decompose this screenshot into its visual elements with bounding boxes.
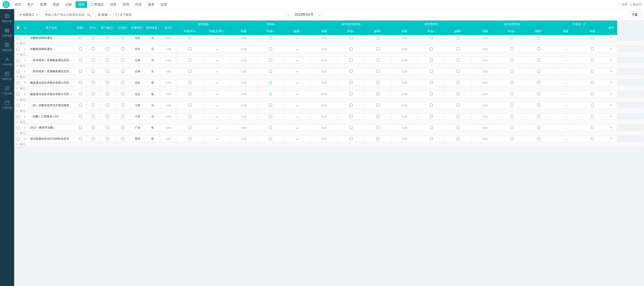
edit-icon[interactable]: ✎ xyxy=(610,115,613,118)
sidebar-item-tax-overview[interactable]: 报税总览 xyxy=(0,40,14,54)
local-report-checkbox[interactable] xyxy=(510,59,513,62)
clear-card-checkbox[interactable] xyxy=(92,47,95,50)
confirm-checkbox[interactable] xyxy=(106,59,109,62)
local-pay-checkbox[interactable] xyxy=(537,92,540,95)
copy-tax-checkbox[interactable] xyxy=(79,92,82,95)
stamp-report-checkbox[interactable] xyxy=(591,36,594,39)
employee-filter[interactable]: 全部员工 ▼ xyxy=(17,11,41,18)
edu-report-checkbox[interactable] xyxy=(430,59,433,62)
name-under-account-label[interactable]: 名下账套 xyxy=(116,13,132,17)
paid-checkbox[interactable] xyxy=(121,137,124,140)
report-year-checkbox[interactable] xyxy=(188,137,191,140)
warning-icon[interactable]: ⓘ xyxy=(53,47,56,50)
paid-checkbox[interactable] xyxy=(121,104,124,107)
next-period-btn[interactable]: › xyxy=(316,12,322,18)
confirm-checkbox[interactable] xyxy=(106,47,109,50)
row-checkbox[interactable] xyxy=(16,137,19,140)
city-pay-checkbox[interactable] xyxy=(376,81,379,84)
copy-tax-checkbox[interactable] xyxy=(79,70,82,73)
sidebar-item-batch-tax[interactable]: 批量报税 xyxy=(0,26,14,40)
edu-pay-checkbox[interactable] xyxy=(457,126,460,129)
local-pay-checkbox[interactable] xyxy=(537,126,540,129)
edu-report-checkbox[interactable] xyxy=(430,92,433,95)
edu-report-checkbox[interactable] xyxy=(430,70,433,73)
city-pay-checkbox[interactable] xyxy=(376,92,379,95)
vat-report-checkbox[interactable] xyxy=(269,47,272,50)
row-checkbox[interactable] xyxy=(16,37,19,40)
city-pay-checkbox[interactable] xyxy=(376,47,379,50)
row-checkbox[interactable] xyxy=(16,126,19,129)
edit-icon[interactable]: ✎ xyxy=(610,69,613,73)
stamp-report-checkbox[interactable] xyxy=(591,126,594,129)
clear-card-checkbox[interactable] xyxy=(92,36,95,39)
select-all-checkbox[interactable] xyxy=(16,26,19,29)
stamp-report-checkbox[interactable] xyxy=(591,115,594,118)
confirm-checkbox[interactable] xyxy=(106,104,109,107)
fullscreen-btn[interactable]: ⛶ 全屏 xyxy=(618,3,628,6)
report-year-checkbox[interactable] xyxy=(188,47,191,50)
copy-tax-checkbox[interactable] xyxy=(79,36,82,39)
clear-card-checkbox[interactable] xyxy=(92,104,95,107)
clear-card-checkbox[interactable] xyxy=(92,59,95,62)
local-pay-checkbox[interactable] xyxy=(537,59,540,62)
nav-message[interactable]: 消息 xyxy=(107,1,119,8)
city-pay-checkbox[interactable] xyxy=(376,104,379,107)
vat-report-checkbox[interactable] xyxy=(269,36,272,39)
local-pay-checkbox[interactable] xyxy=(537,70,540,73)
vat-report-checkbox[interactable] xyxy=(269,137,272,140)
sidebar-item-tax-settings[interactable]: 报税设置 xyxy=(0,11,14,25)
vat-report-checkbox[interactable] xyxy=(269,115,272,118)
clear-card-checkbox[interactable] xyxy=(92,70,95,73)
edit-icon[interactable]: ✎ xyxy=(610,36,613,40)
nav-bookkeeping[interactable]: 记账 xyxy=(63,1,74,8)
confirm-checkbox[interactable] xyxy=(106,81,109,84)
edit-icon[interactable]: ✎ xyxy=(610,81,613,85)
vat-report-checkbox[interactable] xyxy=(269,70,272,73)
row-checkbox[interactable] xyxy=(16,70,19,73)
name-under-account-checkbox[interactable] xyxy=(116,13,119,16)
paid-checkbox[interactable] xyxy=(121,59,124,62)
sidebar-item-personal-tax[interactable]: 个税申报 xyxy=(0,55,14,68)
edu-pay-checkbox[interactable] xyxy=(457,47,460,50)
row-checkbox[interactable] xyxy=(16,59,19,62)
download-button[interactable]: 下载 xyxy=(628,11,641,18)
paid-checkbox[interactable] xyxy=(121,92,124,95)
edit-icon[interactable]: ✎ xyxy=(610,47,613,51)
edit-icon[interactable]: ✎ xyxy=(610,58,613,62)
vat-report-checkbox[interactable] xyxy=(269,126,272,129)
edit-icon[interactable]: ✎ xyxy=(610,126,613,130)
local-report-checkbox[interactable] xyxy=(510,104,513,107)
copy-tax-checkbox[interactable] xyxy=(79,126,82,129)
city-report-checkbox[interactable] xyxy=(349,104,353,107)
city-report-checkbox[interactable] xyxy=(349,70,353,73)
row-checkbox[interactable] xyxy=(16,104,19,107)
nav-settings[interactable]: 设置 xyxy=(158,1,170,8)
paid-checkbox[interactable] xyxy=(121,81,124,84)
edu-pay-checkbox[interactable] xyxy=(457,137,460,140)
city-report-checkbox[interactable] xyxy=(349,59,353,62)
copy-tax-checkbox[interactable] xyxy=(79,115,82,118)
edu-report-checkbox[interactable] xyxy=(430,47,433,50)
clear-card-checkbox[interactable] xyxy=(92,126,95,129)
report-year-checkbox[interactable] xyxy=(188,70,191,73)
row-checkbox[interactable] xyxy=(16,93,19,96)
edit-icon[interactable]: ✎ xyxy=(610,103,613,107)
edu-pay-checkbox[interactable] xyxy=(457,92,460,95)
local-report-checkbox[interactable] xyxy=(510,92,513,95)
nav-invoice[interactable]: 票据 xyxy=(50,1,62,8)
city-pay-checkbox[interactable] xyxy=(376,126,379,129)
row-checkbox[interactable] xyxy=(16,81,19,84)
copy-tax-checkbox[interactable] xyxy=(79,137,82,140)
paid-checkbox[interactable] xyxy=(121,126,124,129)
search-input[interactable] xyxy=(45,13,87,16)
clear-card-checkbox[interactable] xyxy=(92,115,95,118)
nav-business[interactable]: 工商项目 xyxy=(88,1,106,8)
vat-report-checkbox[interactable] xyxy=(269,59,272,62)
city-report-checkbox[interactable] xyxy=(349,81,353,84)
report-year-checkbox[interactable] xyxy=(188,115,191,118)
filter-button[interactable]: ⊟ 筛选 ▼ xyxy=(95,11,114,18)
city-report-checkbox[interactable] xyxy=(349,137,353,140)
copy-tax-checkbox[interactable] xyxy=(79,104,82,107)
edu-pay-checkbox[interactable] xyxy=(457,115,460,118)
report-year-checkbox[interactable] xyxy=(188,59,191,62)
